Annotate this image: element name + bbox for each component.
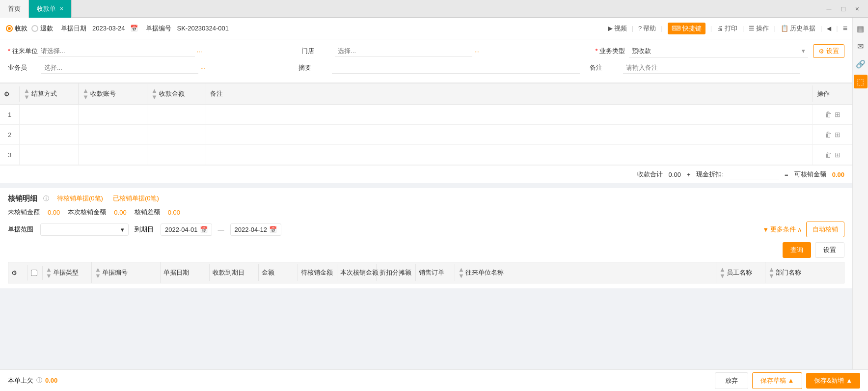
table-row: 1 🗑 ⊞ [0, 105, 852, 125]
close-button[interactable]: × [852, 4, 862, 14]
vth-check[interactable] [28, 266, 43, 280]
info-icon[interactable]: ⓘ [43, 195, 49, 203]
staff-more-icon[interactable]: ··· [200, 64, 206, 72]
store-label: 门店 [301, 47, 331, 56]
remark-field: 备注 [590, 62, 800, 74]
unchecked-value: 0.00 [48, 209, 60, 216]
video-action[interactable]: ▶ 视频 [608, 24, 627, 33]
discard-button[interactable]: 放弃 [715, 372, 748, 389]
td-account-1[interactable] [79, 105, 147, 124]
td-amount-2[interactable] [147, 125, 206, 144]
vth-settings[interactable]: ⚙ [8, 265, 28, 280]
vth-current-label: 本次核销金额 [340, 268, 379, 277]
number-label: 单据编号 [146, 24, 171, 33]
history-label: 历史单据 [790, 24, 815, 33]
td-amount-3[interactable] [147, 145, 206, 165]
date-value[interactable]: 2023-03-24 [92, 25, 125, 32]
delete-icon-3[interactable]: 🗑 [825, 151, 832, 159]
draft-dropdown-icon: ▲ [788, 377, 794, 384]
pending-tab[interactable]: 待核销单据(0笔) [55, 193, 105, 204]
remark-input[interactable] [623, 62, 800, 74]
done-tab[interactable]: 已核销单据(0笔) [111, 193, 161, 204]
keyboard-icon: ⌨ [672, 25, 681, 32]
query-button[interactable]: 查询 [783, 242, 811, 258]
date-end-input[interactable]: 2022-04-12 📅 [230, 223, 282, 236]
vth-amount: 金额 [259, 264, 298, 281]
chevron-up-icon: ∧ [797, 226, 802, 233]
td-remark-3[interactable] [206, 145, 813, 165]
calendar-icon[interactable]: 📅 [130, 25, 138, 32]
store-input[interactable] [335, 45, 472, 57]
tab-current-label: 收款单 [37, 4, 56, 13]
save-new-button[interactable]: 保存&新增 ▲ [806, 373, 860, 389]
available-label: 可核销金额 [794, 170, 826, 179]
copy-icon-1[interactable]: ⊞ [835, 111, 841, 118]
delete-icon-2[interactable]: 🗑 [825, 131, 832, 139]
counterpart-more-icon[interactable]: ··· [197, 48, 202, 55]
td-settlement-3[interactable] [20, 145, 79, 165]
current-verify-label: 本次核销金额 [68, 208, 106, 217]
settings-label: 设置 [826, 47, 839, 56]
store-more-icon[interactable]: ··· [474, 48, 480, 55]
layout-list-icon[interactable]: ≡ [843, 24, 847, 33]
panel-link-icon[interactable]: 🔗 [854, 57, 868, 71]
td-account-3[interactable] [79, 145, 147, 165]
history-action[interactable]: 📋 历史单据 [781, 24, 815, 33]
store-field: 门店 ··· [301, 45, 585, 57]
auto-verify-button[interactable]: 自动核销 [806, 222, 844, 237]
counterpart-input[interactable] [38, 45, 195, 57]
operation-action[interactable]: ☰ 操作 [749, 24, 769, 33]
discount-input[interactable] [730, 169, 779, 179]
tab-current[interactable]: 收款单 × [29, 0, 72, 18]
counterpart-label: 往来单位 [8, 47, 38, 56]
vth-pending: 待核销金额 [298, 264, 337, 281]
settings-icon: ⚙ [4, 90, 10, 98]
range-select[interactable]: ▾ [40, 223, 129, 236]
staff-field: 业务员 ··· [8, 62, 289, 74]
delete-icon-1[interactable]: 🗑 [825, 111, 832, 118]
panel-mail-icon[interactable]: ✉ [854, 39, 868, 53]
filter-icon: ▼ [762, 226, 769, 233]
staff-input[interactable] [41, 62, 198, 74]
panel-table-icon[interactable]: ▦ [854, 22, 868, 35]
check-all-checkbox[interactable] [31, 270, 37, 276]
maximize-button[interactable]: □ [838, 4, 848, 14]
td-amount-1[interactable] [147, 105, 206, 124]
save-draft-button[interactable]: 保存草稿 ▲ [752, 372, 803, 389]
print-action[interactable]: 🖨 打印 [717, 24, 737, 33]
td-remark-1[interactable] [206, 105, 813, 124]
date-label: 单据日期 [61, 24, 86, 33]
form-row-1: 往来单位 ··· 门店 ··· 业务类型 预收款 ▾ ⚙ [8, 44, 844, 58]
date-start-input[interactable]: 2022-04-01 📅 [161, 223, 212, 236]
more-filter-btn[interactable]: ▼ 更多条件 ∧ [762, 225, 802, 234]
td-remark-2[interactable] [206, 125, 813, 144]
layout-prev-icon[interactable]: ◀ [827, 25, 831, 32]
help-action[interactable]: ? 帮助 [638, 24, 656, 33]
td-account-2[interactable] [79, 125, 147, 144]
verify-settings-button[interactable]: 设置 [815, 242, 844, 258]
td-settlement-2[interactable] [20, 125, 79, 144]
summary-input[interactable] [332, 62, 579, 74]
th-settings[interactable]: ⚙ [0, 86, 20, 102]
copy-icon-2[interactable]: ⊞ [835, 131, 841, 139]
copy-icon-3[interactable]: ⊞ [835, 151, 841, 159]
number-value: SK-20230324-001 [177, 25, 229, 32]
tab-home[interactable]: 首页 [0, 0, 29, 18]
window-controls: ─ □ × [823, 4, 868, 14]
radio-tuikuan-label: 退款 [40, 24, 53, 33]
minimize-button[interactable]: ─ [823, 4, 834, 14]
settings-button[interactable]: ⚙ 设置 [813, 44, 844, 58]
menu-icon: ☰ [749, 25, 755, 32]
shortcut-action[interactable]: ⌨ 快捷键 [668, 23, 705, 34]
radio-tuikuan[interactable]: 退款 [31, 24, 53, 33]
td-settlement-1[interactable] [20, 105, 79, 124]
panel-expand-icon[interactable]: ⬚ [854, 75, 868, 88]
gear-icon: ⚙ [818, 48, 824, 55]
summary-label: 摘要 [298, 63, 328, 72]
tab-close-icon[interactable]: × [60, 5, 63, 12]
table-row: 3 🗑 ⊞ [0, 145, 852, 165]
filter-actions: ▼ 更多条件 ∧ 自动核销 [762, 222, 844, 237]
business-type-select[interactable]: 预收款 ▾ [629, 45, 808, 58]
save-new-label: 保存&新增 [814, 376, 844, 385]
radio-shoukuan[interactable]: 收款 [6, 24, 27, 33]
